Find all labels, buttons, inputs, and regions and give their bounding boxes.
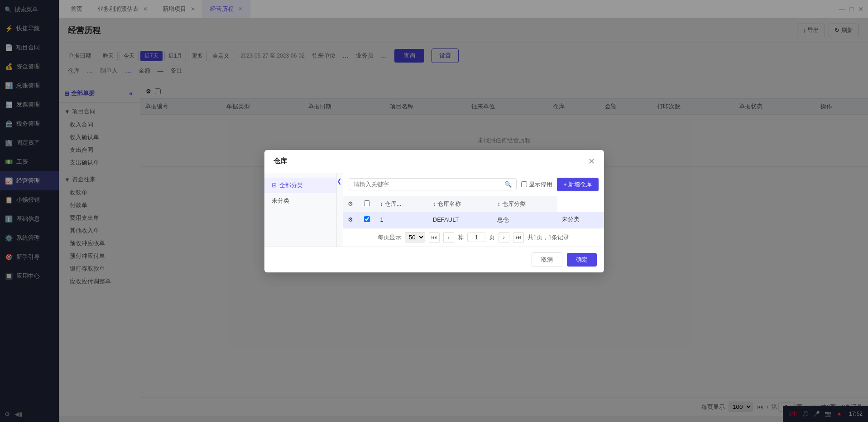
modal-table-wrap[interactable]: ⚙ ↕ 仓库... ↕ 仓库名称 ↕ 仓库分类 [343, 196, 604, 228]
modal-prev-btn[interactable]: ‹ [443, 232, 454, 243]
modal-per-page-select[interactable]: 50 [405, 232, 425, 243]
cancel-button[interactable]: 取消 [532, 252, 562, 267]
modal-body: ⊞ 全部分类 未分类 ❮ 🔍 [264, 173, 604, 247]
show-disabled-checkbox[interactable] [521, 181, 527, 187]
add-warehouse-button[interactable]: + 新增仓库 [557, 178, 598, 191]
modal-table-header: ⚙ ↕ 仓库... ↕ 仓库名称 ↕ 仓库分类 [343, 196, 604, 212]
modal-header: 仓库 ✕ [264, 150, 604, 173]
col-checkbox[interactable] [360, 196, 376, 212]
row-name: 总仓 [493, 212, 557, 228]
modal-uncategorized[interactable]: 未分类 [264, 193, 336, 209]
modal-right-panel: 🔍 显示停用 + 新增仓库 ⚙ [343, 173, 604, 247]
modal-last-btn[interactable]: ⏭ [513, 232, 524, 243]
col-name-header: ↕ 仓库名称 [428, 196, 493, 212]
modal-first-btn[interactable]: ⏮ [429, 232, 440, 243]
modal-search-icon: 🔍 [504, 181, 512, 188]
modal-data-table: ⚙ ↕ 仓库... ↕ 仓库名称 ↕ 仓库分类 [343, 196, 604, 228]
row-settings-btn[interactable]: ⚙ [343, 212, 360, 228]
col-category-header: ↕ 仓库分类 [493, 196, 557, 212]
modal-search-wrapper: 🔍 [349, 178, 517, 190]
modal-page-input[interactable] [467, 233, 485, 242]
modal-pagination: 每页显示 50 ⏮ ‹ 算 页 › ⏭ 共1页，1条记录 [343, 228, 604, 247]
row-id: 1 [376, 212, 428, 228]
row-checkbox[interactable] [364, 216, 370, 222]
modal-close-button[interactable]: ✕ [588, 156, 595, 166]
col-code-header: ↕ 仓库... [376, 196, 428, 212]
modal-left-panel: ⊞ 全部分类 未分类 [264, 173, 337, 247]
row-checkbox-cell[interactable] [360, 212, 376, 228]
show-disabled-label[interactable]: 显示停用 [521, 180, 552, 189]
modal-select-all[interactable] [364, 200, 370, 206]
col-settings[interactable]: ⚙ [343, 196, 360, 212]
modal-overlay: 仓库 ✕ ⊞ 全部分类 未分类 ❮ [0, 0, 868, 422]
left-panel-collapse-btn[interactable]: ❮ [337, 173, 343, 247]
modal-total: 共1页，1条记录 [528, 233, 569, 242]
row-category: 未分类 [557, 212, 604, 228]
row-code: DEFAULT [428, 212, 493, 228]
modal-next-btn[interactable]: › [499, 232, 509, 243]
modal-footer: 取消 确定 [264, 247, 604, 272]
hashtag-icon: ⊞ [272, 182, 277, 189]
modal-all-categories[interactable]: ⊞ 全部分类 [264, 178, 336, 193]
modal-toolbar: 🔍 显示停用 + 新增仓库 [343, 173, 604, 196]
confirm-button[interactable]: 确定 [567, 253, 597, 267]
modal-table-row[interactable]: ⚙ 1 DEFAULT 总仓 未分类 [343, 212, 604, 228]
modal-title: 仓库 [273, 157, 287, 165]
warehouse-modal: 仓库 ✕ ⊞ 全部分类 未分类 ❮ [264, 150, 604, 272]
modal-search-input[interactable] [354, 181, 502, 188]
